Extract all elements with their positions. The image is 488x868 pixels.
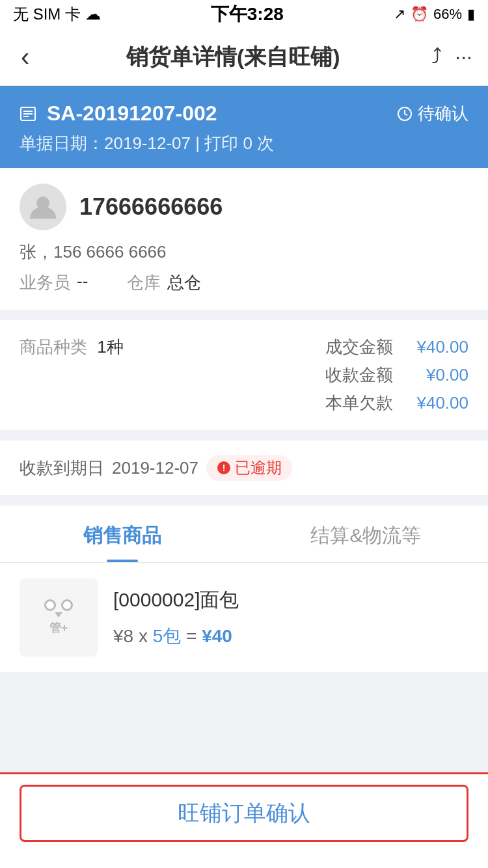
product-card: 管+ [0000002]面包 ¥8 x 5包 = ¥40 [0, 563, 488, 672]
status-time: 下午3:28 [211, 2, 284, 27]
due-date-card: 收款到期日 2019-12-07 ! 已逾期 [0, 441, 488, 495]
customer-card: 17666666666 张，156 6666 6666 业务员 -- 仓库 总仓 [0, 168, 488, 310]
product-info: [0000002]面包 ¥8 x 5包 = ¥40 [113, 587, 468, 649]
status-bar: 无 SIM 卡 ☁ 下午3:28 ↗ ⏰ 66% ▮ [0, 0, 488, 29]
more-button[interactable]: ··· [455, 45, 472, 69]
price-multiply: x [139, 626, 153, 646]
deal-amount-value: ¥40.00 [403, 337, 468, 357]
received-amount-label: 收款金额 [325, 364, 393, 387]
product-image: 管+ [20, 578, 98, 657]
price-equals: = [186, 626, 202, 646]
customer-name: 张，156 6666 6666 [20, 241, 468, 264]
sales-rep-value: -- [77, 271, 88, 294]
deal-amount-label: 成交金额 [325, 336, 393, 359]
received-amount-value: ¥0.00 [403, 365, 468, 385]
price-unit: ¥8 [113, 626, 133, 646]
customer-phone: 17666666666 [79, 193, 223, 221]
nav-actions: ⤴ ··· [431, 45, 472, 69]
svg-text:!: ! [223, 463, 226, 473]
order-date: 单据日期：2019-12-07 | 打印 0 次 [20, 132, 468, 155]
battery-level: 66% [433, 6, 462, 23]
battery-icon: ▮ [467, 6, 475, 23]
header-card-top: SA-20191207-002 待确认 [20, 102, 468, 126]
customer-meta: 业务员 -- 仓库 总仓 [20, 271, 468, 294]
warning-icon: ! [217, 461, 231, 475]
product-total: ¥40 [202, 626, 232, 646]
product-types-value: 1种 [97, 337, 123, 357]
status-right: ↗ ⏰ 66% ▮ [394, 6, 475, 23]
owed-amount-value: ¥40.00 [403, 393, 468, 413]
confirm-button[interactable]: 旺铺订单确认 [20, 785, 468, 842]
avatar [20, 183, 66, 230]
tabs: 销售商品 结算&物流等 [0, 506, 488, 563]
product-price: ¥8 x 5包 = ¥40 [113, 624, 468, 649]
clock-icon [397, 106, 413, 122]
back-button[interactable]: ‹ [16, 37, 34, 77]
owed-amount-row: 本单欠款 ¥40.00 [325, 392, 468, 414]
sales-rep: 业务员 -- [20, 271, 88, 294]
order-icon [20, 105, 40, 123]
bottom-bar: 旺铺订单确认 [0, 772, 488, 868]
overdue-badge: ! 已逾期 [206, 455, 292, 481]
nav-bar: ‹ 销货单详情(来自旺铺) ⤴ ··· [0, 29, 488, 86]
sim-status: 无 SIM 卡 ☁ [13, 4, 101, 25]
order-status: 待确认 [397, 102, 468, 125]
page-title: 销货单详情(来自旺铺) [126, 42, 340, 72]
owl-logo: 管+ [33, 598, 85, 637]
product-quantity: 5包 [153, 626, 182, 646]
sales-rep-label: 业务员 [20, 271, 70, 294]
product-types-label: 商品种类 [20, 337, 87, 357]
received-amount-row: 收款金额 ¥0.00 [325, 364, 468, 387]
product-name: [0000002]面包 [113, 587, 468, 614]
summary-card: 商品种类 1种 成交金额 ¥40.00 收款金额 ¥0.00 本单欠款 ¥40.… [0, 320, 488, 430]
due-date-value: 2019-12-07 [112, 458, 198, 478]
overdue-text: 已逾期 [235, 457, 282, 478]
tab-sales-products[interactable]: 销售商品 [0, 506, 244, 562]
tab-settlement[interactable]: 结算&物流等 [244, 506, 488, 562]
warehouse: 仓库 总仓 [127, 271, 201, 294]
alarm-icon: ⏰ [411, 6, 428, 23]
deal-amount-row: 成交金额 ¥40.00 [325, 336, 468, 359]
product-types: 商品种类 1种 [20, 336, 124, 359]
warehouse-value: 总仓 [167, 271, 201, 294]
amounts: 成交金额 ¥40.00 收款金额 ¥0.00 本单欠款 ¥40.00 [325, 336, 468, 414]
header-card: SA-20191207-002 待确认 单据日期：2019-12-07 | 打印… [0, 86, 488, 168]
location-icon: ↗ [394, 6, 405, 23]
owed-amount-label: 本单欠款 [325, 392, 393, 414]
share-button[interactable]: ⤴ [431, 45, 442, 69]
due-date-label: 收款到期日 [20, 457, 104, 480]
customer-row: 17666666666 [20, 183, 468, 230]
order-id: SA-20191207-002 [20, 102, 217, 126]
status-left: 无 SIM 卡 ☁ [13, 4, 101, 25]
warehouse-label: 仓库 [127, 271, 161, 294]
